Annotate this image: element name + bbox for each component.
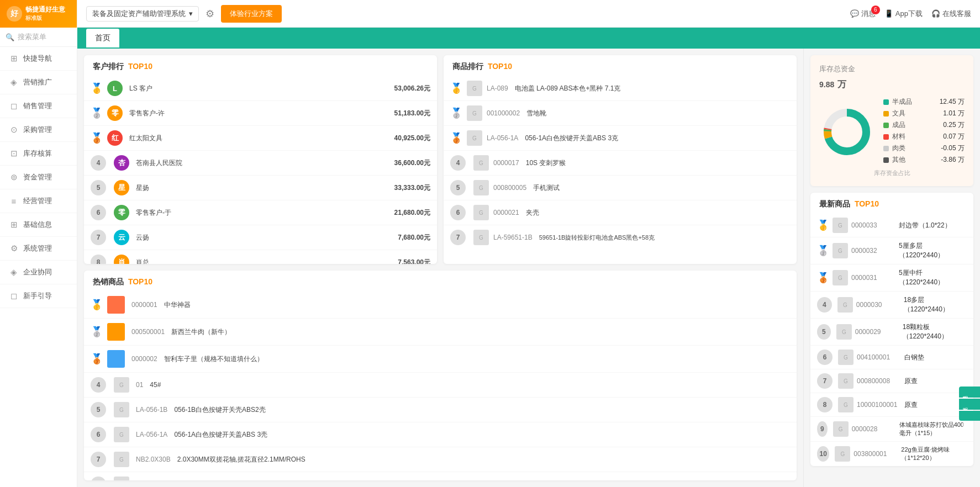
prod-code-5: 000800005 — [493, 184, 526, 192]
message-button[interactable]: 💬 消息 6 — [850, 9, 876, 19]
rank-num-6: 6 — [91, 205, 106, 220]
live-broadcast-button[interactable]: 直播 — [959, 411, 980, 421]
prod-row-4: 4 G 0000017 10S 变刺罗猴 — [444, 151, 797, 176]
operations-icon: ≡ — [9, 196, 19, 206]
prod-medal-2: 🥈 — [450, 107, 462, 119]
basics-icon: ⊞ — [9, 220, 19, 230]
sidebar-item-operations[interactable]: ≡ 经营管理 — [0, 189, 77, 213]
hot-img-4: G — [114, 377, 129, 393]
new-code-10: 003800001 — [853, 450, 898, 458]
sidebar-item-purchase[interactable]: ⊙ 采购管理 — [0, 118, 77, 142]
new-img-2: G — [833, 243, 848, 258]
hot-prod-4: 4 G 01 45# — [84, 373, 797, 398]
new-medal-3: 🥉 — [817, 272, 829, 284]
sidebar-item-system[interactable]: ⚙ 系统管理 — [0, 237, 77, 261]
prod-rank-7: 7 — [450, 230, 466, 245]
new-img-6: G — [838, 350, 853, 365]
rank-num-5: 5 — [91, 180, 106, 195]
sidebar-item-marketing[interactable]: ◈ 营销推广 — [0, 71, 77, 94]
customer-name-7: 云扬 — [136, 233, 149, 242]
app-download-button[interactable]: 📱 App下载 — [884, 9, 923, 19]
customer-badge-2: 零 — [107, 105, 123, 121]
new-code-1: 0000033 — [851, 221, 895, 229]
new-name-4: 18多层（1220*2440） — [904, 295, 967, 314]
new-name-5: 18颗粒板（1220*2440） — [903, 322, 967, 341]
sidebar-item-enterprise[interactable]: ◈ 企业协同 — [0, 261, 77, 284]
customer-row-4: 4 杏 苍南县人民医院 36,600.00元 — [84, 151, 437, 176]
hot-medal-1: 🥇 — [91, 299, 103, 311]
trial-button[interactable]: 体验行业方案 — [221, 5, 282, 23]
new-code-6: 004100001 — [857, 353, 901, 361]
new-prod-6: 6 G 004100001 白钢垫 — [810, 346, 973, 369]
prod-row-6: 6 G 0000021 夹壳 — [444, 200, 797, 225]
prod-rank-6: 6 — [450, 205, 466, 220]
new-img-8: G — [838, 397, 853, 412]
new-rank-4: 4 — [817, 297, 832, 313]
hot-prod-code-2: 000500001 — [131, 328, 165, 336]
service-hotline-button[interactable]: 客服热线 — [959, 387, 980, 398]
customer-row-8: 8 肖 肖总 7,563.00元 — [84, 250, 437, 264]
content-area: 首页 客户排行 TOP10 🥇 — [77, 28, 980, 487]
sidebar-item-finance[interactable]: ⊚ 资金管理 — [0, 166, 77, 189]
hot-prod-code-6: LA-056-1A — [136, 431, 167, 438]
sidebar-item-sales[interactable]: ◻ 销售管理 — [0, 94, 77, 118]
new-rank-10: 10 — [817, 446, 829, 462]
customer-name-2: 零售客户-许 — [129, 109, 165, 118]
prod-row-7: 7 G LA-59651-1B 59651-1B旋转投影灯电池盒ABS黑色+58… — [444, 225, 797, 250]
hot-prod-1: 🥇 0000001 中华神器 — [84, 292, 797, 319]
app-subtitle: 标准版 — [25, 14, 65, 22]
new-prod-3: 🥉 G 0000031 5厘中纤（1220*2440） — [810, 264, 973, 292]
topbar: 装备及固定资产辅助管理系统 ▾ ⚙ 体验行业方案 💬 消息 6 📱 App下载 … — [77, 0, 980, 28]
hot-rank-6: 6 — [91, 427, 106, 442]
new-rank-6: 6 — [817, 350, 833, 365]
hot-prod-code-4: 01 — [136, 381, 143, 389]
mobile-icon: 📱 — [884, 9, 893, 18]
tab-home[interactable]: 首页 — [86, 29, 119, 47]
new-img-10: G — [835, 446, 850, 462]
message-badge: 6 — [871, 6, 880, 14]
prod-row-3: 🥉 G LA-056-1A 056-1A白色按键开关盖ABS 3克 — [444, 126, 797, 151]
prod-img-6: G — [473, 205, 489, 220]
enterprise-icon: ◈ — [9, 267, 19, 277]
dashboard: 客户排行 TOP10 🥇 L LS 客户 53,006.26元 🥈 — [77, 49, 980, 487]
sidebar-item-guide[interactable]: ◻ 新手引导 — [0, 284, 77, 308]
new-code-2: 0000032 — [851, 247, 895, 255]
rank-medal-icon-2: 🥈 — [91, 107, 103, 119]
sidebar-label-finance: 资金管理 — [23, 172, 52, 182]
sidebar-item-basics[interactable]: ⊞ 基础信息 — [0, 213, 77, 237]
customer-row-6: 6 零 零售客户-于 21,680.00元 — [84, 200, 437, 225]
customer-ranking-title: 客户排行 TOP10 — [84, 55, 437, 76]
new-prod-8: 8 G 10000100001 原查 — [810, 393, 973, 417]
hot-prod-6: 6 G LA-056-1A 056-1A白色按键开关盖ABS 3壳 — [84, 422, 797, 447]
inventory-amount: 9.88 万 — [819, 76, 965, 91]
new-name-2: 5厘多层（1220*2440） — [899, 241, 967, 260]
new-name-9: 体城嘉枝味苏打饮品400毫升（1*15） — [899, 421, 967, 437]
new-prod-4: 4 G 0000030 18多层（1220*2440） — [810, 292, 973, 319]
hot-prod-name-1: 中华神器 — [164, 300, 191, 310]
prod-name-3: 056-1A白色按键开关盖ABS 3克 — [525, 134, 618, 143]
newest-products-title: 最新商品 TOP10 — [810, 193, 973, 214]
prod-row-2: 🥈 G 001000002 雪地靴 — [444, 101, 797, 126]
hot-products-title: 热销商品 TOP10 — [84, 271, 797, 292]
prod-name-7: 59651-1B旋转投影灯电池盒ABS黑色+58克 — [539, 234, 655, 242]
sidebar-item-quick-nav[interactable]: ⊞ 快捷导航 — [0, 47, 77, 71]
new-img-9: G — [833, 421, 849, 437]
new-medal-2: 🥈 — [817, 245, 829, 257]
inventory-legend: 半成品 12.45 万 文具 1.01 万 成品 0.25 万 — [883, 97, 965, 167]
online-service-button[interactable]: 🎧 在线客服 — [931, 9, 971, 19]
sidebar-label-system: 系统管理 — [23, 244, 52, 253]
new-code-8: 10000100001 — [857, 401, 901, 409]
sidebar-item-inventory[interactable]: ⊡ 库存核算 — [0, 142, 77, 166]
new-rank-5: 5 — [817, 324, 831, 340]
service-community-button[interactable]: 服务社区 — [959, 399, 980, 410]
settings-icon[interactable]: ⚙ — [206, 8, 214, 20]
legend-item-2: 文具 1.01 万 — [883, 109, 965, 118]
sidebar-search[interactable]: 🔍 搜索菜单 — [0, 28, 77, 47]
customer-name-6: 零售客户-于 — [136, 208, 171, 218]
new-prod-1: 🥇 G 0000033 封边带（1.0*22） — [810, 214, 973, 237]
prod-rank-4: 4 — [450, 155, 466, 171]
customer-amount-4: 36,600.00元 — [394, 158, 430, 168]
prod-name-5: 手机测试 — [533, 183, 560, 193]
system-selector[interactable]: 装备及固定资产辅助管理系统 ▾ — [86, 6, 199, 22]
dash-right: 库存总资金 9.88 万 — [803, 49, 980, 487]
